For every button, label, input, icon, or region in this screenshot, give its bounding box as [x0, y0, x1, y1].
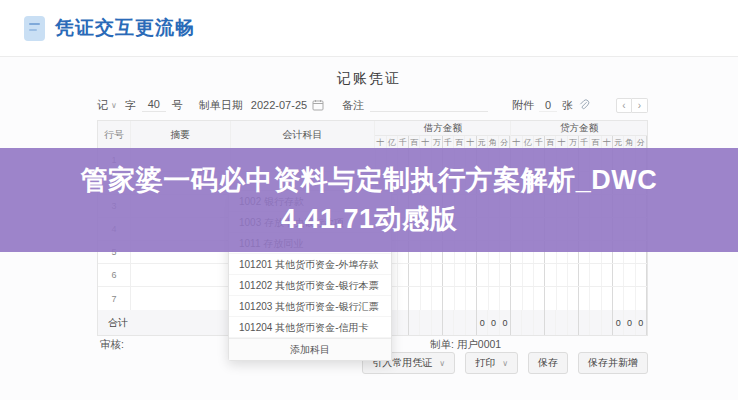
amount-cell[interactable]	[534, 287, 545, 310]
voucher-word-select[interactable]: 记 ∨	[97, 98, 117, 113]
amount-cell[interactable]	[636, 287, 647, 310]
amount-cell[interactable]	[579, 287, 590, 310]
amount-cell[interactable]	[443, 264, 454, 286]
amount-cell[interactable]	[534, 264, 545, 286]
paperclip-icon[interactable]	[578, 99, 590, 111]
amount-cell[interactable]	[398, 264, 409, 286]
amount-cell: 0	[613, 310, 624, 335]
remark-input[interactable]	[370, 99, 488, 112]
voucher-date-input[interactable]: 2022-07-25	[251, 99, 307, 111]
amount-cell	[432, 310, 443, 335]
amount-cell[interactable]	[624, 287, 635, 310]
voucher-app-icon	[24, 16, 45, 41]
amount-cell[interactable]	[455, 287, 466, 310]
digit-header-cell: 十	[375, 136, 386, 148]
voucher-number-input[interactable]: 40	[142, 98, 166, 112]
amount-cell[interactable]	[613, 264, 624, 286]
voucher-title: 记账凭证	[0, 70, 738, 88]
amount-cell[interactable]	[421, 287, 432, 310]
amount-cell[interactable]	[432, 287, 443, 310]
add-subject-button[interactable]: 添加科目	[229, 338, 391, 360]
amount-cell[interactable]	[557, 264, 568, 286]
amount-cell	[534, 310, 545, 335]
amount-cell[interactable]	[568, 264, 579, 286]
row-number: 7	[98, 287, 131, 310]
amount-cell[interactable]	[579, 264, 590, 286]
amount-cell[interactable]	[590, 287, 601, 310]
digit-header-cell: 百	[545, 136, 556, 148]
digit-header-cell: 十	[511, 136, 522, 148]
amount-cell[interactable]	[398, 287, 409, 310]
total-amount-cells: 000000	[375, 310, 647, 335]
amount-cell	[590, 310, 601, 335]
amount-cell[interactable]	[523, 287, 534, 310]
amount-cell[interactable]	[477, 287, 488, 310]
digit-header-cell: 角	[488, 136, 499, 148]
voucher-toolbar: 记 ∨ 字 40 号 制单日期 2022-07-25 备注 附件 0 张 ‹ ›	[97, 93, 648, 117]
chevron-down-icon: ∨	[502, 359, 508, 368]
amount-cell[interactable]	[455, 264, 466, 286]
amount-cell[interactable]	[409, 287, 420, 310]
amount-cell[interactable]	[624, 264, 635, 286]
amount-cell[interactable]	[511, 287, 522, 310]
amount-cell[interactable]	[545, 287, 556, 310]
amount-cell[interactable]	[489, 264, 500, 286]
promo-overlay-line1: 管家婆一码必中资料与定制执行方案解析_DWC	[81, 161, 658, 200]
summary-cell[interactable]	[131, 287, 231, 310]
subject-option[interactable]: 101202 其他货币资金-银行本票	[229, 275, 391, 296]
promo-overlay-line2: 4.41.71动感版	[281, 200, 457, 239]
amount-cell[interactable]	[466, 287, 477, 310]
amount-cell[interactable]	[466, 264, 477, 286]
prev-voucher-button[interactable]: ‹	[616, 98, 632, 113]
amount-cell: 0	[477, 310, 488, 335]
calendar-icon[interactable]	[312, 99, 324, 111]
amount-cell[interactable]	[602, 264, 613, 286]
action-button-label: 保存并新增	[588, 356, 638, 370]
credit-digit-headers: 十亿千百十万千百十元角分	[511, 136, 647, 148]
col-header-debit: 借方金额	[375, 121, 510, 136]
amount-cell	[409, 310, 420, 335]
amount-cell[interactable]	[545, 264, 556, 286]
next-voucher-button[interactable]: ›	[632, 98, 648, 113]
digit-header-cell: 亿	[523, 136, 534, 148]
amount-cell[interactable]	[511, 264, 522, 286]
amount-cell	[443, 310, 454, 335]
attachment-area: 附件 0 张	[512, 98, 590, 113]
subject-option[interactable]: 101204 其他货币资金-信用卡	[229, 317, 391, 338]
action-button-保存并新增[interactable]: 保存并新增	[578, 352, 648, 374]
col-header-debit-group: 借方金额 十亿千百十万千百十元角分	[375, 121, 511, 148]
amount-cell[interactable]	[489, 287, 500, 310]
promo-overlay-banner: 管家婆一码必中资料与定制执行方案解析_DWC 4.41.71动感版	[0, 148, 738, 252]
amount-cell[interactable]	[557, 287, 568, 310]
amount-cell[interactable]	[602, 287, 613, 310]
amount-cell[interactable]	[409, 264, 420, 286]
amount-cell[interactable]	[500, 264, 511, 286]
col-header-summary: 摘要	[131, 121, 231, 148]
action-button-保存[interactable]: 保存	[528, 352, 568, 374]
maker-value: 用户0001	[457, 338, 501, 350]
amount-cell: 0	[488, 310, 499, 335]
page-title: 凭证交互更流畅	[55, 15, 195, 41]
digit-header-cell: 千	[579, 136, 590, 148]
amount-cell[interactable]	[477, 264, 488, 286]
amount-cell[interactable]	[523, 264, 534, 286]
digit-header-cell: 千	[443, 136, 454, 148]
digit-header-cell: 百	[590, 136, 601, 148]
amount-cell[interactable]	[613, 287, 624, 310]
amount-cell[interactable]	[421, 264, 432, 286]
amount-cell[interactable]	[636, 264, 647, 286]
subject-option[interactable]: 101201 其他货币资金-外埠存款	[229, 254, 391, 275]
digit-header-cell: 千	[534, 136, 545, 148]
subject-option[interactable]: 101203 其他货币资金-银行汇票	[229, 296, 391, 317]
col-header-subject: 会计科目	[231, 121, 376, 148]
amount-cell[interactable]	[568, 287, 579, 310]
digit-header-cell: 元	[477, 136, 488, 148]
summary-cell[interactable]	[131, 264, 231, 286]
action-button-打印[interactable]: 打印∨	[465, 352, 518, 374]
amount-cell[interactable]	[590, 264, 601, 286]
action-bar: 引入常用凭证∨打印∨保存保存并新增	[362, 352, 648, 374]
date-label: 制单日期	[199, 98, 243, 113]
amount-cell[interactable]	[432, 264, 443, 286]
amount-cell[interactable]	[500, 287, 511, 310]
amount-cell[interactable]	[443, 287, 454, 310]
